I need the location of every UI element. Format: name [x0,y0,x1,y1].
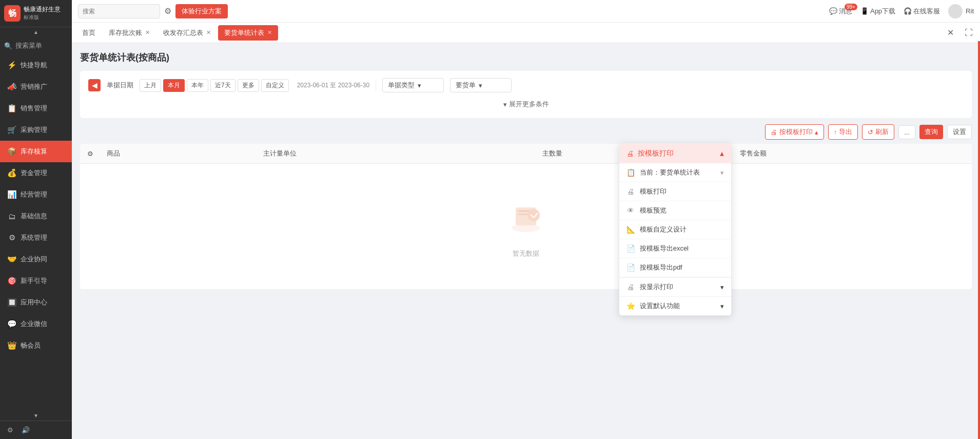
tab-home[interactable]: 首页 [76,25,102,41]
filter-collapse-button[interactable]: ◀ [88,79,101,91]
basics-icon: 🗂 [7,212,16,221]
sidebar-item-wechat[interactable]: 💬 企业微信 [0,313,72,335]
sidebar-item-inventory[interactable]: 📦 库存核算 [0,141,72,162]
gear-icon[interactable]: ⚙ [164,6,171,16]
current-template-arrow-icon [720,169,724,177]
app-download[interactable]: 📱 App下载 [860,7,895,16]
table-header-row: ⚙ 商品 主计量单位 主数量 零售金额 [80,144,972,164]
sidebar-item-purchase[interactable]: 🛒 采购管理 [0,119,72,141]
dropdown-template-preview[interactable]: 👁 模板预览 [619,201,731,220]
purchase-icon: 🛒 [7,125,16,135]
sidebar-item-label: 基础信息 [21,212,47,221]
tab-collection-summary[interactable]: 收发存汇总表 ✕ [157,25,217,41]
tab-inventory-batch[interactable]: 库存批次账 ✕ [103,25,156,41]
sidebar-item-label: 采购管理 [21,125,47,135]
dropdown-set-default[interactable]: ⭐ 设置默认功能 [619,296,731,315]
date-btn-last-7-days[interactable]: 近7天 [210,79,236,92]
dropdown-close-icon[interactable]: ▴ [720,148,724,158]
col-settings[interactable]: ⚙ [80,144,101,164]
tab-order-stats-close[interactable]: ✕ [267,29,272,36]
messages-count: 99+ [845,4,857,10]
sidebar-item-apps[interactable]: 🔲 应用中心 [0,292,72,313]
refresh-button[interactable]: ↺ 刷新 [862,124,894,140]
filter-card: ◀ 单据日期 上月 本月 本年 近7天 更多 自定义 2023-06-01 至 … [80,71,972,118]
date-btn-custom[interactable]: 自定义 [261,79,289,92]
dropdown-header-icon: 🖨 [626,149,634,158]
col-goods: 商品 [101,144,257,164]
date-buttons: 上月 本月 本年 近7天 更多 自定义 [140,79,289,92]
sidebar-scroll-up[interactable]: ▲ [0,27,72,37]
print-template-button[interactable]: 🖨 按模板打印 [765,124,824,140]
dropdown-current-label: 当前：要货单统计表 [640,168,700,177]
tab-bar-right: ✕ ⛶ [943,26,976,40]
settings-icon[interactable]: ⚙ [7,426,13,434]
data-table-card: ⚙ 商品 主计量单位 主数量 零售金额 [80,144,972,290]
trial-button[interactable]: 体验行业方案 [175,4,228,18]
date-btn-current-year[interactable]: 本年 [187,79,208,92]
sidebar-scroll-down[interactable]: ▼ [0,411,72,421]
print-dropdown-menu: 🖨 按模板打印 ▴ 📋 当前：要货单统计表 🖨 模板打印 [619,143,732,316]
sidebar-search-item[interactable]: 🔍 搜索菜单 [0,37,72,54]
empty-text: 暂无数据 [513,249,539,258]
sidebar-item-finance[interactable]: 💰 资金管理 [0,162,72,184]
sidebar-item-guide[interactable]: 🎯 新手引导 [0,270,72,292]
sidebar-item-label: 畅会员 [21,341,41,350]
template-pdf-label: 按模板导出pdf [640,263,682,272]
date-btn-prev-month[interactable]: 上月 [140,79,161,92]
goods-filter-select[interactable]: 要货单 [450,78,512,92]
expand-label: 展开更多条件 [509,100,549,109]
sidebar-item-label: 经营管理 [21,190,47,199]
template-excel-label: 按模板导出excel [640,244,689,253]
print-chevron-icon [815,128,818,136]
dropdown-current-item[interactable]: 📋 当前：要货单统计表 [619,163,731,182]
dropdown-template-excel[interactable]: 📄 按模板导出excel [619,239,731,258]
sidebar-item-basics[interactable]: 🗂 基础信息 [0,205,72,227]
display-print-label: 按显示打印 [640,282,673,292]
user-profile[interactable]: Rit [948,4,974,18]
dropdown-template-print[interactable]: 🖨 模板打印 [619,182,731,201]
sidebar-item-member[interactable]: 👑 畅会员 [0,335,72,356]
sidebar-item-system[interactable]: ⚙ 系统管理 [0,227,72,249]
tab-order-stats[interactable]: 要货单统计表 ✕ [218,25,278,41]
sidebar-logo: 畅 畅康通好生意 标准版 [0,0,72,27]
query-button[interactable]: 查询 [919,125,943,139]
settings-button[interactable]: 设置 [947,125,972,139]
dropdown-template-pdf[interactable]: 📄 按模板导出pdf [619,258,731,277]
sidebar-item-label: 新手引导 [21,276,47,285]
app-name-group: 畅康通好生意 标准版 [24,6,61,21]
sidebar-item-quick-nav[interactable]: ⚡ 快捷导航 [0,54,72,76]
sidebar-item-label: 应用中心 [21,298,47,307]
expand-icon: ▾ [503,101,507,108]
export-button[interactable]: ↑ 导出 [828,124,858,140]
template-print-label: 模板打印 [640,187,667,196]
doc-type-select[interactable]: 单据类型 [382,78,444,92]
tab-inventory-batch-close[interactable]: ✕ [145,29,150,36]
dropdown-display-print[interactable]: 🖨 按显示打印 [619,277,731,296]
template-excel-icon: 📄 [626,244,635,253]
more-button[interactable]: ... [898,125,915,139]
sidebar-item-label: 企业微信 [21,319,47,329]
date-btn-more[interactable]: 更多 [238,79,259,92]
more-label: ... [904,128,910,136]
volume-icon[interactable]: 🔊 [22,426,30,434]
sidebar-item-operation[interactable]: 📊 经营管理 [0,184,72,205]
messages-badge[interactable]: 💬 消息 99+ [829,7,852,16]
date-btn-current-month[interactable]: 本月 [163,79,185,92]
tab-fullscreen-button[interactable]: ⛶ [962,26,976,40]
set-default-icon: ⭐ [626,302,635,310]
resize-handle[interactable] [978,43,980,439]
tab-close-all-button[interactable]: ✕ [943,26,957,40]
sales-icon: 📋 [7,104,16,113]
search-input[interactable] [78,4,160,18]
tab-collection-summary-close[interactable]: ✕ [206,29,211,36]
dropdown-template-custom[interactable]: 📐 模板自定义设计 [619,220,731,239]
tab-home-label: 首页 [82,28,95,37]
online-service[interactable]: 🎧 在线客服 [904,7,940,16]
sidebar-item-enterprise[interactable]: 🤝 企业协同 [0,249,72,270]
data-table: ⚙ 商品 主计量单位 主数量 零售金额 [80,144,972,290]
sidebar-item-sales[interactable]: 📋 销售管理 [0,98,72,119]
expand-more-button[interactable]: ▾ 展开更多条件 [499,98,553,111]
filter-divider [376,79,376,91]
print-icon: 🖨 [771,128,777,136]
sidebar-item-marketing[interactable]: 📣 营销推广 [0,76,72,98]
